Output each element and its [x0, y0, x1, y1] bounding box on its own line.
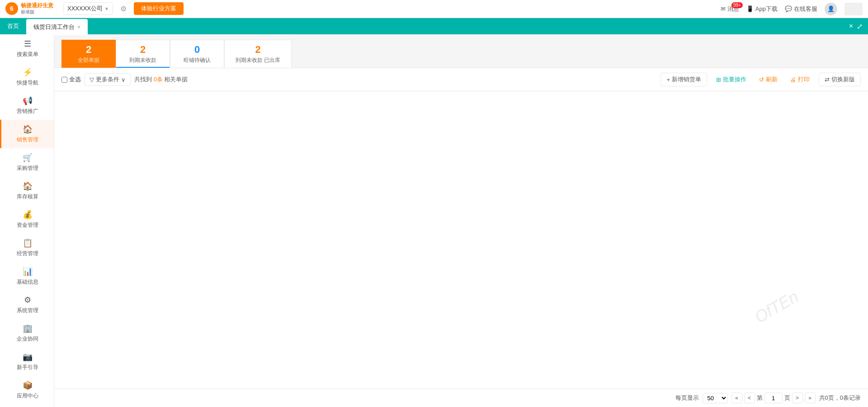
sidebar-item-operations[interactable]: 📋 经营管理: [0, 234, 54, 262]
stat-num-pending: 0: [194, 44, 200, 56]
sidebar-item-inventory[interactable]: 🏠 库存核算: [0, 177, 54, 205]
app-download-action[interactable]: 📱 App下载: [746, 5, 778, 13]
first-page-button[interactable]: «: [731, 393, 742, 403]
operations-icon: 📋: [23, 238, 33, 248]
enterprise-icon: 🏢: [23, 323, 33, 333]
total-info: 共0页，0条记录: [819, 394, 861, 402]
prev-page-button[interactable]: <: [744, 393, 755, 403]
refresh-button[interactable]: ↺ 刷新: [755, 74, 781, 85]
sidebar-item-sales-label: 销售管理: [17, 136, 38, 144]
stat-tab-pending[interactable]: 0 旺铺待确认: [170, 40, 224, 68]
result-suffix: 相关单据: [164, 76, 188, 83]
tab-home[interactable]: 首页: [0, 18, 26, 34]
sidebar-item-purchase-label: 采购管理: [17, 164, 38, 172]
print-label: 打印: [798, 75, 810, 84]
stat-label-all: 全部单据: [78, 56, 99, 64]
messages-action[interactable]: ✉ 消息 99+: [721, 5, 739, 13]
table-area: [54, 91, 868, 388]
stat-num-overdue: 2: [140, 44, 146, 56]
logo-sub: 标准版: [21, 9, 53, 15]
filter-label: 更多条件: [96, 75, 119, 84]
page-size-label: 每页显示: [675, 394, 699, 402]
toolbar-right: + 新增销货单 ⊞ 批量操作 ↺ 刷新 🖨 打印 ⇄ 切换新版: [660, 73, 861, 86]
trial-button[interactable]: 体验行业方案: [134, 2, 184, 15]
user-name[interactable]: [844, 3, 863, 15]
sidebar-item-sales[interactable]: 🏠 销售管理: [0, 120, 54, 148]
download-icon: 📱: [746, 5, 754, 12]
chevron-down-icon: ▼: [104, 6, 109, 11]
next-page-button[interactable]: >: [792, 393, 803, 403]
batch-icon: ⊞: [716, 76, 721, 83]
search-menu-icon: ☰: [24, 39, 31, 49]
header-left: 6 畅捷通好生意 标准版 XXXXXX公司 ▼ ⚙ 体验行业方案: [5, 2, 184, 15]
company-name: XXXXXX公司: [67, 5, 103, 13]
sidebar-item-marketing[interactable]: 📢 营销推广: [0, 91, 54, 120]
stat-tab-all[interactable]: 2 全部单据: [61, 40, 116, 68]
sidebar-item-basic-info[interactable]: 📊 基础信息: [0, 262, 54, 290]
switch-new-version-button[interactable]: ⇄ 切换新版: [819, 73, 861, 86]
logo-area: 6 畅捷通好生意 标准版: [5, 2, 60, 15]
purchase-icon: 🛒: [23, 153, 33, 163]
page-suffix: 页: [784, 394, 790, 402]
company-selector[interactable]: XXXXXX公司 ▼: [63, 2, 113, 15]
minimize-icon[interactable]: ×: [849, 22, 853, 30]
print-button[interactable]: 🖨 打印: [787, 74, 813, 85]
stats-tabs: 2 全部单据 2 到期未收款 0 旺铺待确认 2 到期未收款 已出库: [54, 34, 868, 68]
sidebar-item-system-label: 系统管理: [17, 307, 38, 314]
system-icon: ⚙: [24, 295, 31, 305]
sidebar-item-finance-label: 资金管理: [17, 221, 38, 229]
stat-label-overdue: 到期未收款: [129, 56, 156, 64]
sidebar-item-enterprise[interactable]: 🏢 企业协同: [0, 319, 54, 347]
result-count: 0条: [154, 76, 163, 83]
tab-bar: 首页 钱货日清工作台 × × ⤢: [0, 18, 868, 34]
top-header: 6 畅捷通好生意 标准版 XXXXXX公司 ▼ ⚙ 体验行业方案 ✉ 消息 99…: [0, 0, 868, 18]
stat-num-all: 2: [86, 44, 91, 56]
result-prefix: 共找到: [134, 76, 152, 83]
new-sale-label: 新增销货单: [672, 75, 701, 84]
batch-action-button[interactable]: ⊞ 批量操作: [712, 74, 750, 85]
online-service-action[interactable]: 💬 在线客服: [785, 5, 817, 13]
sidebar-item-search[interactable]: ☰ 搜索菜单: [0, 34, 54, 63]
logo-icon: 6: [5, 2, 18, 15]
sidebar-item-app-center[interactable]: 📦 应用中心: [0, 376, 54, 404]
new-sale-button[interactable]: + 新增销货单: [660, 73, 707, 86]
page-size-select[interactable]: 20 50 100: [703, 393, 728, 403]
sidebar-item-app-center-label: 应用中心: [17, 392, 38, 400]
filter-button[interactable]: ▽ 更多条件 ∨: [85, 73, 131, 86]
last-page-button[interactable]: »: [805, 393, 816, 403]
sidebar-item-quicknav-label: 快捷导航: [17, 79, 38, 87]
sidebar-item-guide[interactable]: 📷 新手引导: [0, 347, 54, 376]
select-all-checkbox[interactable]: 全选: [61, 75, 81, 84]
refresh-icon: ↺: [759, 76, 764, 83]
toolbar-left: 全选 ▽ 更多条件 ∨ 共找到 0条 相关单据: [61, 73, 655, 86]
stat-num-shipped: 2: [255, 44, 261, 56]
plus-icon: +: [666, 76, 670, 83]
sidebar-item-quicknav[interactable]: ⚡ 快捷导航: [0, 63, 54, 91]
maximize-icon[interactable]: ⤢: [857, 22, 863, 31]
sidebar-item-purchase[interactable]: 🛒 采购管理: [0, 148, 54, 177]
tab-label: 钱货日清工作台: [33, 23, 75, 31]
tab-close-icon[interactable]: ×: [77, 24, 80, 30]
current-page-input[interactable]: [764, 393, 783, 403]
settings-icon[interactable]: ⚙: [120, 5, 127, 13]
stat-label-shipped: 到期未收款 已出库: [236, 56, 280, 64]
inventory-icon: 🏠: [23, 181, 33, 191]
toolbar: 全选 ▽ 更多条件 ∨ 共找到 0条 相关单据 + 新增销货单: [54, 68, 868, 91]
stat-tab-overdue[interactable]: 2 到期未收款: [116, 40, 170, 68]
logo-text-area: 畅捷通好生意 标准版: [21, 2, 53, 15]
print-icon: 🖨: [790, 76, 796, 83]
main-layout: ☰ 搜索菜单 ⚡ 快捷导航 📢 营销推广 🏠 销售管理 🛒 采购管理 🏠 库存核…: [0, 34, 868, 407]
result-text: 共找到 0条 相关单据: [134, 75, 188, 84]
sales-icon: 🏠: [23, 124, 33, 134]
select-all-input[interactable]: [61, 77, 67, 83]
message-icon: ✉: [721, 5, 726, 12]
stat-tab-shipped[interactable]: 2 到期未收款 已出库: [224, 40, 292, 68]
sidebar-item-weixin[interactable]: 💬 企业微信: [0, 404, 54, 407]
sidebar-item-system[interactable]: ⚙ 系统管理: [0, 290, 54, 319]
tab-active[interactable]: 钱货日清工作台 ×: [26, 19, 88, 35]
sidebar-item-finance[interactable]: 💰 资金管理: [0, 205, 54, 234]
avatar[interactable]: 👤: [825, 3, 837, 15]
select-all-label: 全选: [69, 75, 81, 84]
app-center-icon: 📦: [23, 380, 33, 390]
guide-icon: 📷: [23, 352, 33, 362]
